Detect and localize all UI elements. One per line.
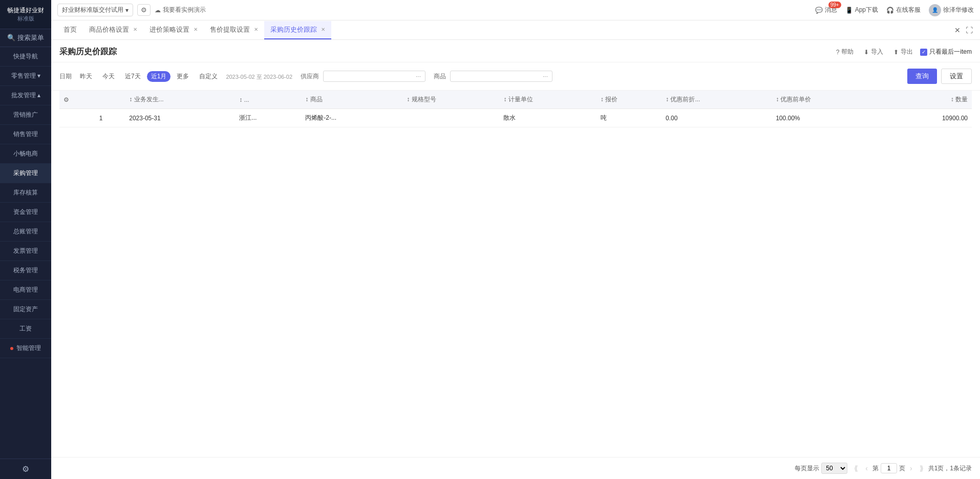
page-next-btn[interactable]: › [907,463,915,473]
export-label: 导出 [901,48,913,56]
goods-input-wrap: ··· [450,71,552,82]
only-last-checkbox[interactable]: ✓ 只看最后一item [920,48,972,56]
ecommerce-small-label: 小畅电商 [13,150,38,157]
page-nav: ⟪ ‹ 第 页 › ⟫ 共1页，1条记录 [851,463,972,473]
sidebar-item-salary[interactable]: 工资 [0,319,51,339]
tab-sale-price-close[interactable]: ✕ [254,27,258,32]
th-quote[interactable]: ↕ 报价 [596,91,662,109]
tab-home[interactable]: 首页 [57,21,83,39]
th-pre-discount-price[interactable]: ↕ 优惠前单价 [772,91,884,109]
tab-sale-price[interactable]: 售价提取设置 ✕ [204,21,264,39]
tabbar-expand-btn[interactable]: ⛶ [965,25,974,35]
page-size-select: 每页显示 50 100 200 [795,463,847,474]
date-today[interactable]: 今天 [98,71,119,82]
topbar-settings-btn[interactable]: ⚙ [137,4,151,16]
assets-label: 固定资产 [13,306,38,313]
sidebar-quick-nav[interactable]: 快捷导航 [0,47,51,67]
sidebar-item-wholesale[interactable]: 批发管理 ▴ [0,86,51,105]
tab-price-settings-close[interactable]: ✕ [133,27,137,32]
th-unit[interactable]: ↕ 计量单位 [499,91,596,109]
tab-price-settings[interactable]: 商品价格设置 ✕ [83,21,143,39]
user-menu[interactable]: 👤 徐泽华修改 [929,4,974,16]
sidebar-item-ecommerce-small[interactable]: 小畅电商 [0,144,51,164]
per-page-select[interactable]: 50 100 200 [821,463,847,474]
tabbar: 首页 商品价格设置 ✕ 进价策略设置 ✕ 售价提取设置 ✕ 采购历史价跟踪 ✕ … [51,20,980,40]
settings-btn[interactable]: 设置 [941,69,972,84]
only-last-label: 只看最后一item [929,48,972,56]
date-1month[interactable]: 近1月 [147,71,171,82]
th-settings[interactable]: ⚙ [59,91,95,109]
settings-icon[interactable]: ⚙ [22,465,29,473]
date-custom[interactable]: 自定义 [195,71,222,82]
version-selector[interactable]: 好业财标准版交付试用 ▾ [57,4,133,16]
filter-actions: 查询 设置 [907,69,972,84]
sidebar-item-tax[interactable]: 税务管理 [0,261,51,280]
page-last-btn[interactable]: ⟫ [917,463,926,473]
date-range: 2023-05-02 至 2023-06-02 [226,73,292,81]
tabbar-close-btn[interactable]: ✕ [953,25,962,35]
th-discount[interactable]: ↕ 优惠前折... [662,91,772,109]
tab-purchase-price[interactable]: 进价策略设置 ✕ [143,21,204,39]
sidebar-item-assets[interactable]: 固定资产 [0,300,51,319]
message-icon: 💬 [815,7,823,14]
finance-label: 资金管理 [13,208,38,215]
avatar-icon: 👤 [932,7,938,13]
tab-purchase-price-label: 进价策略设置 [150,25,189,34]
supplier-filter: 供应商 ··· [301,71,425,82]
page-title: 采购历史价跟踪 [59,47,117,57]
page-first-btn[interactable]: ⟪ [851,463,861,473]
help-label: 帮助 [841,48,854,56]
date-yesterday[interactable]: 昨天 [76,71,96,82]
date-more[interactable]: 更多 [173,71,193,82]
sidebar-logo: 畅捷通好业财 标准版 [0,0,51,29]
supplier-label: 供应商 [301,72,319,81]
sidebar-item-marketing[interactable]: 营销推广 [0,105,51,125]
sidebar-item-invoice[interactable]: 发票管理 [0,242,51,261]
headset-icon: 🎧 [886,7,894,14]
supplier-dots[interactable]: ··· [416,73,421,80]
wholesale-label: 批发管理 [11,91,36,100]
sidebar-item-sales[interactable]: 销售管理 [0,125,51,144]
td-discount-pct: 0.00 [662,109,772,127]
sidebar-item-ledger[interactable]: 总账管理 [0,222,51,242]
table-wrap: ⚙ ↕ 业务发生... ↕ ... ↕ 商品 ↕ 规格型号 [51,91,980,457]
sidebar-search[interactable]: 🔍 搜索菜单 [0,29,51,47]
date-7days[interactable]: 近7天 [121,71,145,82]
th-quantity[interactable]: ↕ 数量 [884,91,972,109]
tax-label: 税务管理 [13,267,38,274]
tab-purchase-price-close[interactable]: ✕ [194,27,198,32]
th-spec[interactable]: ↕ 规格型号 [402,91,499,109]
chevron-down-icon: ▾ [37,72,40,79]
query-btn[interactable]: 查询 [907,69,937,84]
supplier-input[interactable] [328,73,414,80]
sidebar: 畅捷通好业财 标准版 🔍 搜索菜单 快捷导航 零售管理 ▾ 批发管理 ▴ 营销推… [0,0,51,479]
tab-purchase-history-close[interactable]: ✕ [321,27,325,32]
salary-label: 工资 [19,325,32,332]
date-label: 日期 [59,72,72,81]
import-btn[interactable]: ⬇ 导入 [861,46,886,58]
app-download-btn[interactable]: 📱 App下载 [845,6,878,14]
th-business-date[interactable]: ↕ 业务发生... [125,91,235,109]
sidebar-item-inventory[interactable]: 库存核算 [0,183,51,203]
marketing-label: 营销推广 [13,111,38,118]
search-icon: 🔍 [7,34,15,41]
sidebar-item-retail[interactable]: 零售管理 ▾ [0,67,51,86]
invoice-label: 发票管理 [13,247,38,254]
sidebar-item-ecommerce[interactable]: 电商管理 [0,280,51,300]
export-btn[interactable]: ⬆ 导出 [890,46,916,58]
tab-purchase-history[interactable]: 采购历史价跟踪 ✕ [264,21,331,39]
goods-dots[interactable]: ··· [543,73,548,80]
demo-link[interactable]: ☁ 我要看实例演示 [155,6,206,14]
page-prev-btn[interactable]: ‹ [863,463,870,473]
page-input[interactable] [881,463,897,473]
sidebar-item-purchase[interactable]: 采购管理 [0,164,51,183]
th-extra[interactable]: ↕ ... [235,91,301,109]
sidebar-item-finance[interactable]: 资金管理 [0,203,51,222]
sidebar-item-ai[interactable]: 智能管理 [0,339,51,358]
goods-input[interactable] [455,73,541,80]
help-btn[interactable]: ? 帮助 [833,46,857,58]
messages-btn[interactable]: 💬 消息 99+ [815,6,837,14]
online-service-btn[interactable]: 🎧 在线客服 [886,6,921,14]
ai-dot [10,347,13,350]
th-goods[interactable]: ↕ 商品 [301,91,402,109]
